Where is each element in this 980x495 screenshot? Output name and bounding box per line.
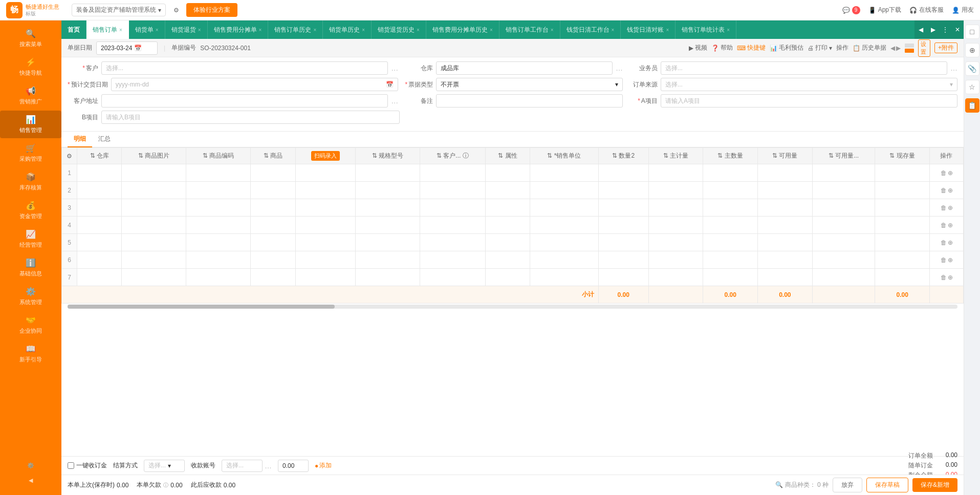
th-customer-code[interactable]: ⇅ 客户... ⓘ bbox=[420, 148, 485, 164]
th-code[interactable]: ⇅ 商品编码 bbox=[186, 148, 251, 164]
system-select[interactable]: 装备及固定资产辅助管理系统 ▾ bbox=[72, 4, 166, 16]
address-more-icon[interactable]: … bbox=[391, 97, 398, 105]
nav-close-all-btn[interactable]: ✕ bbox=[951, 20, 964, 39]
customer-input[interactable]: 选择... bbox=[101, 61, 388, 75]
next-page-icon[interactable]: ▶ bbox=[896, 45, 901, 52]
sidebar-settings-btn[interactable]: ⚙️ bbox=[24, 459, 37, 472]
view-btn[interactable]: ▶ 视频 bbox=[689, 44, 707, 52]
copy-icon[interactable]: ⊕ bbox=[948, 169, 953, 177]
tab-daily-workbench[interactable]: 钱货日清工作台 × bbox=[560, 20, 621, 39]
print-btn[interactable]: 🖨 打印 ▾ bbox=[808, 44, 832, 52]
sidebar-item-cooperation[interactable]: 🤝 企业协同 bbox=[0, 311, 61, 339]
sidebar-item-purchase[interactable]: 🛒 采购管理 bbox=[0, 139, 61, 167]
copy-icon[interactable]: ⊕ bbox=[948, 239, 953, 246]
close-order-history-icon[interactable]: × bbox=[313, 27, 316, 33]
tab-home[interactable]: 首页 bbox=[61, 20, 86, 39]
tab-sales-expense[interactable]: 销售费用分摊单 × bbox=[208, 20, 269, 39]
th-settings[interactable]: ⚙ bbox=[62, 148, 77, 164]
sidebar-item-quick-nav[interactable]: ⚡ 快捷导航 bbox=[0, 53, 61, 81]
close-order-stats-icon[interactable]: × bbox=[727, 27, 730, 33]
scrollbar-thumb[interactable] bbox=[68, 305, 335, 309]
th-unit[interactable]: ⇅ *销售单位 bbox=[530, 148, 598, 164]
tab-order-history[interactable]: 销售订单历史 × bbox=[268, 20, 323, 39]
close-sales-order-icon[interactable]: × bbox=[119, 27, 122, 33]
amount-input[interactable]: 0.00 bbox=[278, 460, 309, 472]
prev-page-icon[interactable]: ◀ bbox=[890, 45, 895, 52]
tab-sales-return[interactable]: 销货退货 × bbox=[165, 20, 208, 39]
copy-icon[interactable]: ⊕ bbox=[948, 204, 953, 211]
tab-bill-history[interactable]: 销货单历史 × bbox=[323, 20, 372, 39]
account-more-icon[interactable]: … bbox=[265, 462, 272, 470]
date-input[interactable]: 2023-03-24 📅 bbox=[96, 41, 158, 55]
sidebar-item-operations[interactable]: 📈 经营管理 bbox=[0, 225, 61, 253]
help-btn[interactable]: ❓ 帮助 bbox=[711, 44, 733, 52]
close-sales-bill-icon[interactable]: × bbox=[156, 27, 159, 33]
tab-sales-bill[interactable]: 销货单 × bbox=[129, 20, 165, 39]
tab-detail[interactable]: 明细 bbox=[68, 132, 92, 147]
b-project-input[interactable]: 请输入B项目 bbox=[101, 111, 400, 124]
salesperson-more-icon[interactable]: … bbox=[950, 64, 957, 72]
delete-icon[interactable]: 🗑 bbox=[941, 256, 947, 264]
close-expense-history-icon[interactable]: × bbox=[490, 27, 493, 33]
save-new-button[interactable]: 保存&新增 bbox=[912, 478, 957, 492]
th-qty2[interactable]: ⇅ 数量2 bbox=[598, 148, 648, 164]
delete-icon[interactable]: 🗑 bbox=[941, 274, 947, 281]
app-download-btn[interactable]: 📱 App下载 bbox=[868, 6, 901, 14]
tab-order-workbench[interactable]: 销售订单工作台 × bbox=[499, 20, 560, 39]
warehouse-more-icon[interactable]: … bbox=[616, 64, 623, 72]
delete-icon[interactable]: 🗑 bbox=[941, 169, 947, 177]
attach-btn[interactable]: +附件 bbox=[934, 42, 957, 53]
sidebar-item-inventory[interactable]: 📦 库存核算 bbox=[0, 168, 61, 196]
th-main-unit[interactable]: ⇅ 主计量 bbox=[648, 148, 703, 164]
settings-icon[interactable]: ⚙ bbox=[170, 4, 182, 16]
message-btn[interactable]: 💬 9 💬 bbox=[842, 6, 860, 14]
sidebar-item-system[interactable]: ⚙️ 系统管理 bbox=[0, 283, 61, 310]
nav-more-btn[interactable]: ⋮ bbox=[939, 20, 951, 39]
copy-icon[interactable]: ⊕ bbox=[948, 222, 953, 229]
delete-icon[interactable]: 🗑 bbox=[941, 239, 947, 246]
sidebar-item-search[interactable]: 🔍 搜索菜单 bbox=[0, 25, 61, 52]
th-available[interactable]: ⇅ 可用量 bbox=[757, 148, 812, 164]
th-spec[interactable]: ⇅ 规格型号 bbox=[355, 148, 420, 164]
close-sales-return-icon[interactable]: × bbox=[198, 27, 201, 33]
profit-btn[interactable]: 📊 毛利预估 bbox=[770, 44, 803, 52]
sidebar-item-base-info[interactable]: ℹ️ 基础信息 bbox=[0, 254, 61, 282]
operation-btn[interactable]: 操作 bbox=[836, 44, 848, 52]
th-current[interactable]: ⇅ 现存量 bbox=[875, 148, 930, 164]
warehouse-input[interactable]: 成品库 bbox=[436, 61, 613, 75]
remarks-input[interactable] bbox=[436, 94, 623, 107]
account-select[interactable]: 选择... bbox=[222, 460, 263, 472]
layout-grid-btn[interactable] bbox=[905, 49, 914, 53]
close-sales-expense-icon[interactable]: × bbox=[259, 27, 262, 33]
copy-icon[interactable]: ⊕ bbox=[948, 274, 953, 281]
discard-button[interactable]: 放弃 bbox=[833, 478, 862, 492]
close-order-workbench-icon[interactable]: × bbox=[551, 27, 554, 33]
sidebar-item-marketing[interactable]: 📢 营销推广 bbox=[0, 82, 61, 110]
close-return-history-icon[interactable]: × bbox=[417, 27, 420, 33]
close-daily-workbench-icon[interactable]: × bbox=[612, 27, 615, 33]
payment-method-select[interactable]: 选择... ▾ bbox=[144, 460, 185, 472]
th-warehouse[interactable]: ⇅ 仓库 bbox=[77, 148, 122, 164]
close-daily-reconcile-icon[interactable]: × bbox=[666, 27, 669, 33]
save-draft-button[interactable]: 保存草稿 bbox=[866, 478, 908, 492]
shortcut-btn[interactable]: ⌨ 快捷键 bbox=[737, 44, 766, 52]
tab-sales-order[interactable]: 销售订单 × bbox=[86, 20, 129, 39]
delete-icon[interactable]: 🗑 bbox=[941, 187, 947, 194]
invoice-type-select[interactable]: 不开票 ▾ bbox=[436, 78, 623, 91]
sidebar-item-sales[interactable]: 📊 销售管理 bbox=[0, 111, 61, 138]
right-panel-icon-2[interactable]: ⊕ bbox=[965, 43, 979, 57]
tab-return-history[interactable]: 销货退货历史 × bbox=[372, 20, 426, 39]
tab-summary[interactable]: 汇总 bbox=[92, 132, 117, 147]
tab-daily-reconcile[interactable]: 钱货日清对账 × bbox=[621, 20, 676, 39]
th-name[interactable]: ⇅ 商品 bbox=[251, 148, 295, 164]
history-btn[interactable]: 📋 历史单据 bbox=[853, 44, 886, 52]
add-btn[interactable]: ● 添加 bbox=[315, 461, 332, 470]
right-panel-icon-4[interactable]: ☆ bbox=[965, 80, 979, 94]
nav-next-btn[interactable]: ▶ bbox=[927, 20, 939, 39]
copy-icon[interactable]: ⊕ bbox=[948, 187, 953, 194]
delivery-date-input[interactable]: yyyy-mm-dd 📅 bbox=[111, 78, 398, 91]
right-panel-icon-3[interactable]: 📎 bbox=[965, 61, 979, 76]
sidebar-item-finance[interactable]: 💰 资金管理 bbox=[0, 197, 61, 224]
sidebar-collapse-btn[interactable]: ◀ bbox=[26, 474, 36, 487]
layout-list-btn[interactable] bbox=[905, 44, 914, 48]
